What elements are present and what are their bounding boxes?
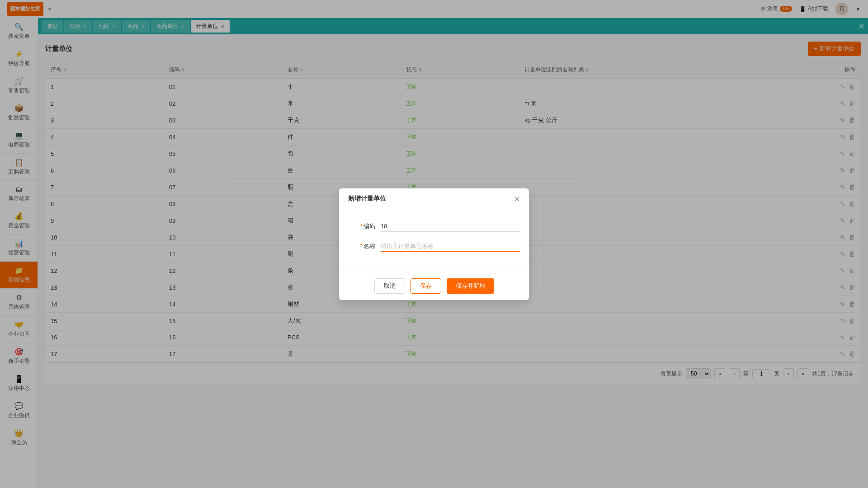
cancel-button[interactable]: 取消 bbox=[374, 278, 405, 294]
modal-close-button[interactable]: ✕ bbox=[514, 195, 520, 203]
modal-footer: 取消 保存 保存并新增 bbox=[339, 272, 529, 300]
code-input[interactable] bbox=[381, 221, 520, 232]
save-button[interactable]: 保存 bbox=[410, 278, 441, 294]
save-and-new-button[interactable]: 保存并新增 bbox=[447, 278, 494, 294]
name-input[interactable] bbox=[381, 241, 520, 252]
modal-title: 新增计量单位 bbox=[348, 195, 386, 203]
code-field-label: *编码 bbox=[348, 222, 375, 230]
modal: 新增计量单位 ✕ *编码 *名称 取消 保存 保存并新增 bbox=[339, 188, 529, 300]
modal-body: *编码 *名称 bbox=[339, 210, 529, 272]
name-field-label: *名称 bbox=[348, 242, 375, 250]
modal-header: 新增计量单位 ✕ bbox=[339, 188, 529, 210]
modal-overlay: 新增计量单位 ✕ *编码 *名称 取消 保存 保存并新增 bbox=[0, 0, 868, 488]
